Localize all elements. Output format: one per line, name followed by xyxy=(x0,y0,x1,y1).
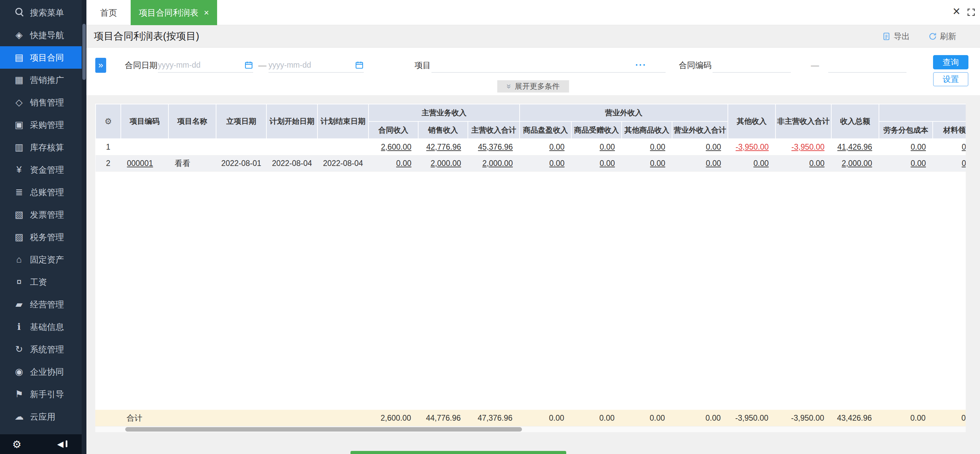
project-code-link[interactable]: 000001 xyxy=(127,159,153,168)
cell-material-requisition[interactable]: 0.00 xyxy=(933,139,966,155)
cell-goods-overage-income[interactable]: 0.00 xyxy=(520,139,571,155)
sidebar-item-15[interactable]: ↻系统管理 xyxy=(0,338,82,360)
contract-code-end-input[interactable] xyxy=(828,58,907,73)
cell-contract-income[interactable]: 0.00 xyxy=(369,155,418,171)
speaker-icon[interactable]: ◀ xyxy=(57,440,63,449)
inventory-icon: ▥ xyxy=(13,142,25,153)
sidebar-item-9[interactable]: ▧发票管理 xyxy=(0,203,82,226)
cell-goods-donated-income[interactable]: 0.00 xyxy=(571,139,622,155)
calendar-icon[interactable] xyxy=(355,60,364,69)
value-link[interactable]: 0.00 xyxy=(650,143,665,151)
value-link[interactable]: 0.00 xyxy=(911,143,926,151)
tab-home[interactable]: 首页 xyxy=(90,0,127,25)
sidebar-item-17[interactable]: ⚑新手引导 xyxy=(0,383,82,405)
gear-icon: ⚙ xyxy=(105,117,112,126)
value-link[interactable]: 45,376.96 xyxy=(478,143,513,151)
cell-goods-overage-income[interactable]: 0.00 xyxy=(520,155,571,171)
sidebar-item-12[interactable]: ¤工资 xyxy=(0,271,82,293)
cell-labor-subcontract-cost[interactable]: 0.00 xyxy=(879,155,933,171)
value-link[interactable]: 0.00 xyxy=(650,159,665,168)
value-link[interactable]: 2,000.00 xyxy=(482,159,513,168)
cell-total-income[interactable]: 41,426.96 xyxy=(831,139,879,155)
value-link[interactable]: 0.00 xyxy=(600,159,615,168)
value-link[interactable]: 0.00 xyxy=(396,159,411,168)
value-link[interactable]: 0.00 xyxy=(753,159,769,168)
value-link[interactable]: 0.00 xyxy=(962,159,966,168)
horizontal-scrollbar-thumb[interactable] xyxy=(125,427,522,432)
value-link[interactable]: 42,776.96 xyxy=(426,143,461,151)
window-close-icon[interactable]: × xyxy=(953,5,960,18)
cell-labor-subcontract-cost[interactable]: 0.00 xyxy=(879,139,933,155)
sidebar-item-4[interactable]: ◇销售管理 xyxy=(0,91,82,114)
project-input[interactable]: ··· xyxy=(431,58,666,73)
column-settings-header[interactable]: ⚙ xyxy=(95,104,121,139)
value-link[interactable]: 0.00 xyxy=(706,143,721,151)
settings-gear-icon[interactable]: ⚙ xyxy=(12,438,21,450)
settings-button[interactable]: 设置 xyxy=(933,72,969,86)
fullscreen-icon[interactable] xyxy=(966,8,976,18)
column-header: 其他收入 xyxy=(728,104,775,139)
total-row: 合计2,600.0044,776.9647,376.960.000.000.00… xyxy=(95,410,966,426)
project-picker-icon[interactable]: ··· xyxy=(635,60,646,70)
sidebar-item-10[interactable]: ▨税务管理 xyxy=(0,226,82,248)
sidebar-item-8[interactable]: ≣总账管理 xyxy=(0,181,82,203)
value-link[interactable]: 0.00 xyxy=(962,143,966,151)
contract-code-start-input[interactable] xyxy=(713,58,791,73)
expand-more-conditions[interactable]: » 展开更多条件 xyxy=(497,80,569,92)
cell-project-code[interactable]: 000001 xyxy=(121,155,169,171)
export-button[interactable]: 导出 xyxy=(882,31,910,42)
sidebar-item-11[interactable]: ⌂固定资产 xyxy=(0,248,82,271)
value-link[interactable]: -3,950.00 xyxy=(791,143,824,151)
cell-main-income-total[interactable]: 2,000.00 xyxy=(468,155,520,171)
value-link[interactable]: 0.00 xyxy=(809,159,824,168)
value-link[interactable]: 2,000.00 xyxy=(430,159,461,168)
contract-date-start-input[interactable]: yyyy-mm-dd xyxy=(158,58,253,73)
sidebar-item-1[interactable]: ◈快捷导航 xyxy=(0,24,82,46)
cell-non-main-income-total[interactable]: 0.00 xyxy=(775,155,831,171)
value-link[interactable]: 0.00 xyxy=(600,143,615,151)
refresh-button[interactable]: 刷新 xyxy=(928,31,956,42)
cell-other-goods-income[interactable]: 0.00 xyxy=(622,155,672,171)
sidebar: 搜索菜单◈快捷导航▤项目合同▦营销推广◇销售管理▣采购管理▥库存核算¥资金管理≣… xyxy=(0,0,82,454)
cell-main-income-total[interactable]: 45,376.96 xyxy=(468,139,520,155)
sidebar-item-0[interactable]: 搜索菜单 xyxy=(0,2,82,24)
sidebar-item-5[interactable]: ▣采购管理 xyxy=(0,114,82,136)
sidebar-item-3[interactable]: ▦营销推广 xyxy=(0,69,82,91)
cell-total-income[interactable]: 2,000.00 xyxy=(831,155,879,171)
sidebar-item-2[interactable]: ▤项目合同 xyxy=(0,46,82,69)
cell-material-requisition[interactable]: 0.00 xyxy=(933,155,966,171)
cell-goods-donated-income[interactable]: 0.00 xyxy=(571,155,622,171)
cell-nonoperating-income-total[interactable]: 0.00 xyxy=(672,139,728,155)
collapse-filter-button[interactable]: » xyxy=(95,58,106,73)
sidebar-item-13[interactable]: ▰经营管理 xyxy=(0,293,82,316)
value-link[interactable]: 2,600.00 xyxy=(381,143,411,151)
calendar-icon[interactable] xyxy=(244,60,253,69)
horizontal-scrollbar xyxy=(95,426,966,432)
query-button[interactable]: 查询 xyxy=(933,55,969,69)
cell-other-income[interactable]: -3,950.00 xyxy=(728,139,775,155)
value-link[interactable]: 0.00 xyxy=(549,143,565,151)
sidebar-item-6[interactable]: ▥库存核算 xyxy=(0,136,82,159)
cell-other-goods-income[interactable]: 0.00 xyxy=(622,139,672,155)
cell-other-income[interactable]: 0.00 xyxy=(728,155,775,171)
sidebar-scrollbar-thumb[interactable] xyxy=(82,24,86,80)
value-link[interactable]: 2,000.00 xyxy=(842,159,872,168)
sidebar-item-7[interactable]: ¥资金管理 xyxy=(0,159,82,181)
cell-sales-income[interactable]: 2,000.00 xyxy=(418,155,468,171)
value-link[interactable]: 0.00 xyxy=(706,159,721,168)
value-link[interactable]: -3,950.00 xyxy=(736,143,769,151)
cell-nonoperating-income-total[interactable]: 0.00 xyxy=(672,155,728,171)
tab-active[interactable]: 项目合同利润表 × xyxy=(130,0,217,25)
value-link[interactable]: 0.00 xyxy=(549,159,565,168)
sidebar-item-14[interactable]: ℹ基础信息 xyxy=(0,316,82,338)
sidebar-item-16[interactable]: ◉企业协同 xyxy=(0,360,82,383)
cell-sales-income[interactable]: 42,776.96 xyxy=(418,139,468,155)
cell-non-main-income-total[interactable]: -3,950.00 xyxy=(775,139,831,155)
cell-contract-income[interactable]: 2,600.00 xyxy=(369,139,418,155)
value-link[interactable]: 41,426.96 xyxy=(837,143,872,151)
tab-close-icon[interactable]: × xyxy=(204,8,209,17)
contract-date-end-input[interactable]: yyyy-mm-dd xyxy=(269,58,364,73)
tax-icon: ▨ xyxy=(13,232,25,243)
sidebar-item-18[interactable]: ☁云应用 xyxy=(0,405,82,428)
value-link[interactable]: 0.00 xyxy=(911,159,926,168)
